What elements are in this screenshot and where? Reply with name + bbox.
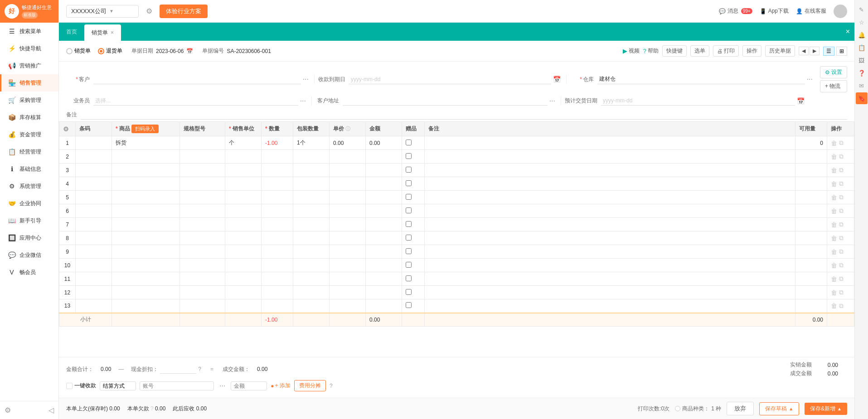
right-panel-edit[interactable]: ✎ <box>856 4 868 15</box>
cell-remarks[interactable] <box>425 299 795 313</box>
cell-product[interactable] <box>112 218 180 231</box>
sidebar-item-member[interactable]: V 畅会员 <box>0 264 58 281</box>
trial-button[interactable]: 体验行业方案 <box>160 5 208 18</box>
cell-barcode[interactable] <box>76 204 112 218</box>
right-panel-bell[interactable]: 🔔 <box>856 29 868 41</box>
cell-product[interactable] <box>112 231 180 245</box>
cell-remarks[interactable] <box>425 286 795 299</box>
cell-product[interactable] <box>112 204 180 218</box>
sidebar-item-inventory[interactable]: 📦 库存核算 <box>0 109 58 126</box>
cell-barcode[interactable] <box>76 164 112 177</box>
th-settings[interactable]: ⚙ <box>59 122 76 136</box>
cell-price[interactable] <box>330 286 366 299</box>
copy-row-icon[interactable]: ⧉ <box>839 153 844 160</box>
cell-price[interactable] <box>330 191 366 204</box>
tab-close-icon[interactable]: × <box>111 29 114 36</box>
cell-amount[interactable] <box>366 164 402 177</box>
cell-gift[interactable] <box>402 177 425 191</box>
settings-btn[interactable]: ⚙ 设置 <box>820 66 847 78</box>
delete-row-icon[interactable]: 🗑 <box>831 180 837 188</box>
cell-gift[interactable] <box>402 272 425 286</box>
settings-icon-btn[interactable]: ⚙ <box>144 5 154 17</box>
tab-home[interactable]: 首页 <box>59 23 84 41</box>
cell-gift[interactable] <box>402 136 425 150</box>
salesperson-input[interactable] <box>93 96 298 106</box>
due-date-calendar-icon[interactable]: 📅 <box>551 76 563 83</box>
cell-spec[interactable] <box>180 204 225 218</box>
cell-product[interactable] <box>112 299 180 313</box>
app-download-btn[interactable]: 📱 App下载 <box>760 7 789 15</box>
account-input[interactable] <box>140 381 214 390</box>
cell-amount[interactable] <box>366 299 402 313</box>
logistics-btn[interactable]: + 物流 <box>820 80 847 92</box>
save-new-btn[interactable]: 保存&新增 ▲ <box>805 403 847 415</box>
settings-bottom-icon[interactable]: ⚙ <box>5 406 11 414</box>
cell-product[interactable] <box>112 177 180 191</box>
gear-col-icon[interactable]: ⚙ <box>63 125 69 133</box>
scan-btn[interactable]: 扫码录入 <box>131 125 159 133</box>
cell-barcode[interactable] <box>76 218 112 231</box>
cell-pkgqty[interactable] <box>293 286 330 299</box>
expense-split-btn[interactable]: 费用分摊 <box>294 380 326 391</box>
cell-pkgqty[interactable] <box>293 218 330 231</box>
company-selector[interactable]: XXXXXX公司 ▼ <box>66 5 139 18</box>
cell-qty[interactable] <box>262 259 293 272</box>
cell-unit[interactable] <box>225 164 262 177</box>
cell-spec[interactable] <box>180 191 225 204</box>
cell-pkgqty[interactable] <box>293 150 330 164</box>
cell-product[interactable] <box>112 191 180 204</box>
list-view-icon[interactable]: ☰ <box>823 47 834 56</box>
cell-qty[interactable] <box>262 164 293 177</box>
cell-price[interactable] <box>330 164 366 177</box>
cell-product[interactable] <box>112 286 180 299</box>
cell-price[interactable] <box>330 177 366 191</box>
online-service-btn[interactable]: 👤 在线客服 <box>796 7 826 15</box>
save-draft-btn[interactable]: 保存草稿 ▲ <box>759 402 799 415</box>
cell-amount[interactable] <box>366 231 402 245</box>
cell-unit[interactable]: 个 <box>225 136 262 150</box>
sidebar-item-sales[interactable]: 🏪 销售管理 <box>0 74 58 92</box>
right-panel-help[interactable]: ❓ <box>856 67 868 79</box>
right-panel-clip[interactable]: 📋 <box>856 42 868 53</box>
sidebar-item-search[interactable]: ☰ 搜索菜单 <box>0 23 58 40</box>
cell-amount[interactable] <box>366 245 402 259</box>
message-btn[interactable]: 💬 消息 99+ <box>719 7 752 15</box>
select-btn[interactable]: 选单 <box>690 45 709 57</box>
cell-remarks[interactable] <box>425 191 795 204</box>
sidebar-item-wecom[interactable]: 💬 企业微信 <box>0 246 58 264</box>
history-btn[interactable]: 历史单据 <box>765 45 795 57</box>
delete-row-icon[interactable]: 🗑 <box>831 221 837 228</box>
cell-unit[interactable] <box>225 231 262 245</box>
cell-spec[interactable] <box>180 136 225 150</box>
cell-qty[interactable]: -1.00 <box>262 136 293 150</box>
price-info-icon[interactable]: ⓘ <box>345 126 350 131</box>
cell-barcode[interactable] <box>76 259 112 272</box>
cell-product[interactable] <box>112 272 180 286</box>
cell-remarks[interactable] <box>425 164 795 177</box>
cell-price[interactable] <box>330 259 366 272</box>
sidebar-item-apps[interactable]: 🔲 应用中心 <box>0 229 58 246</box>
warehouse-input[interactable] <box>597 75 805 84</box>
delete-row-icon[interactable]: 🗑 <box>831 140 837 147</box>
copy-row-icon[interactable]: ⧉ <box>839 248 844 255</box>
tab-bar-close-icon[interactable]: × <box>846 28 850 36</box>
cell-pkgqty[interactable] <box>293 245 330 259</box>
cell-pkgqty[interactable] <box>293 259 330 272</box>
delete-row-icon[interactable]: 🗑 <box>831 194 837 201</box>
expected-date-input[interactable] <box>601 96 795 106</box>
cell-product[interactable]: 拆货 <box>112 136 180 150</box>
cell-gift[interactable] <box>402 150 425 164</box>
delete-row-icon[interactable]: 🗑 <box>831 289 837 296</box>
operations-btn[interactable]: 操作 <box>742 45 761 57</box>
cell-product[interactable] <box>112 150 180 164</box>
expected-date-calendar-icon[interactable]: 📅 <box>795 97 806 105</box>
cell-spec[interactable] <box>180 177 225 191</box>
cell-qty[interactable] <box>262 150 293 164</box>
copy-row-icon[interactable]: ⧉ <box>839 234 844 242</box>
cell-qty[interactable] <box>262 245 293 259</box>
print-btn[interactable]: 🖨 打印 <box>713 45 739 57</box>
cell-qty[interactable] <box>262 191 293 204</box>
cell-unit[interactable] <box>225 259 262 272</box>
nav-next[interactable]: ▶ <box>810 47 820 55</box>
right-panel-img[interactable]: 🖼 <box>856 54 868 66</box>
